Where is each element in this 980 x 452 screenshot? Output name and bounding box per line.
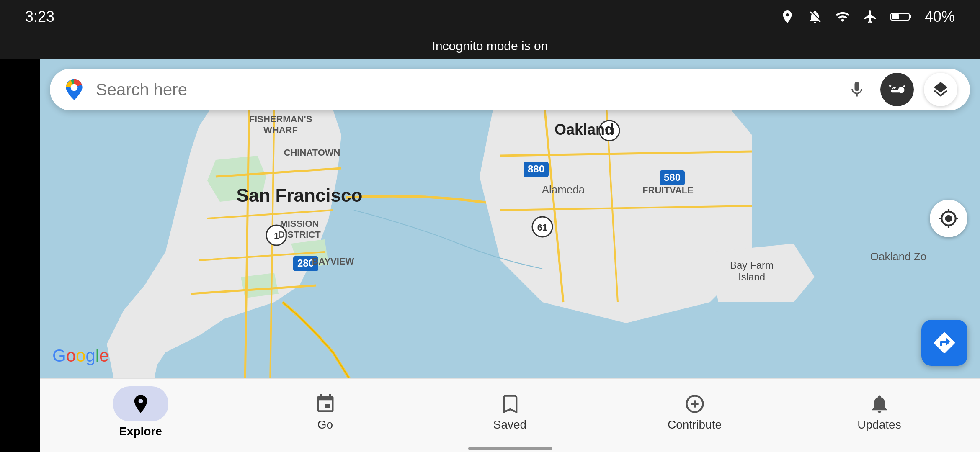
updates-icon-wrap (869, 393, 890, 415)
home-bar (468, 447, 552, 450)
incognito-profile-button[interactable] (880, 73, 914, 106)
svg-text:DISTRICT: DISTRICT (278, 229, 321, 240)
updates-label: Updates (857, 418, 901, 431)
directions-fab[interactable] (921, 320, 967, 366)
battery-percent: 40% (925, 8, 955, 26)
saved-icon-wrap (499, 393, 521, 415)
explore-icon-wrap (113, 386, 168, 421)
svg-text:San Francisco: San Francisco (237, 185, 363, 205)
svg-rect-2 (892, 14, 899, 19)
svg-text:CHINATOWN: CHINATOWN (284, 147, 340, 158)
nav-item-explore[interactable]: Explore (48, 386, 233, 438)
svg-text:BAYVIEW: BAYVIEW (312, 256, 354, 267)
svg-text:61: 61 (537, 222, 547, 233)
contribute-label: Contribute (668, 418, 722, 431)
go-label: Go (317, 418, 333, 431)
svg-text:WHARF: WHARF (263, 125, 298, 135)
search-input[interactable] (96, 80, 833, 99)
contribute-icon-wrap (684, 393, 706, 415)
svg-text:Bay Farm: Bay Farm (730, 259, 774, 271)
location-status-icon (780, 9, 795, 24)
incognito-text: Incognito mode is on (432, 39, 548, 53)
airplane-icon (863, 9, 878, 24)
my-location-button[interactable] (930, 200, 967, 237)
google-logo: G o o g l e (52, 346, 109, 366)
explore-label: Explore (119, 425, 162, 438)
nav-item-updates[interactable]: Updates (787, 393, 972, 431)
time-display: 3:23 (25, 8, 54, 26)
svg-text:Alameda: Alameda (542, 183, 585, 196)
svg-rect-1 (910, 15, 911, 18)
nav-item-saved[interactable]: Saved (418, 393, 602, 431)
saved-label: Saved (493, 418, 526, 431)
svg-text:Island: Island (738, 271, 765, 282)
svg-text:880: 880 (528, 163, 544, 175)
google-maps-logo (62, 78, 86, 101)
go-icon-wrap (315, 393, 336, 415)
nav-item-go[interactable]: Go (233, 393, 418, 431)
svg-text:FISHERMAN'S: FISHERMAN'S (249, 114, 312, 124)
search-bar[interactable] (50, 69, 970, 110)
home-indicator[interactable] (40, 445, 980, 452)
layers-button[interactable] (924, 73, 957, 106)
svg-text:580: 580 (664, 172, 681, 183)
map-view[interactable]: 880 580 280 1 61 13 (40, 59, 980, 378)
mic-button[interactable] (843, 76, 870, 103)
notifications-icon (807, 9, 823, 24)
wifi-icon (835, 9, 850, 24)
status-bar: 3:23 (0, 0, 980, 33)
svg-point-51 (71, 84, 78, 91)
incognito-banner: Incognito mode is on (0, 33, 980, 59)
svg-text:Oakland: Oakland (554, 121, 614, 138)
bottom-navigation: Explore Go (40, 378, 980, 445)
nav-item-contribute[interactable]: Contribute (602, 393, 787, 431)
svg-text:FRUITVALE: FRUITVALE (642, 185, 694, 195)
svg-text:Oakland Zo: Oakland Zo (870, 250, 926, 263)
svg-text:MISSION: MISSION (280, 218, 319, 229)
battery-icon (890, 9, 912, 24)
